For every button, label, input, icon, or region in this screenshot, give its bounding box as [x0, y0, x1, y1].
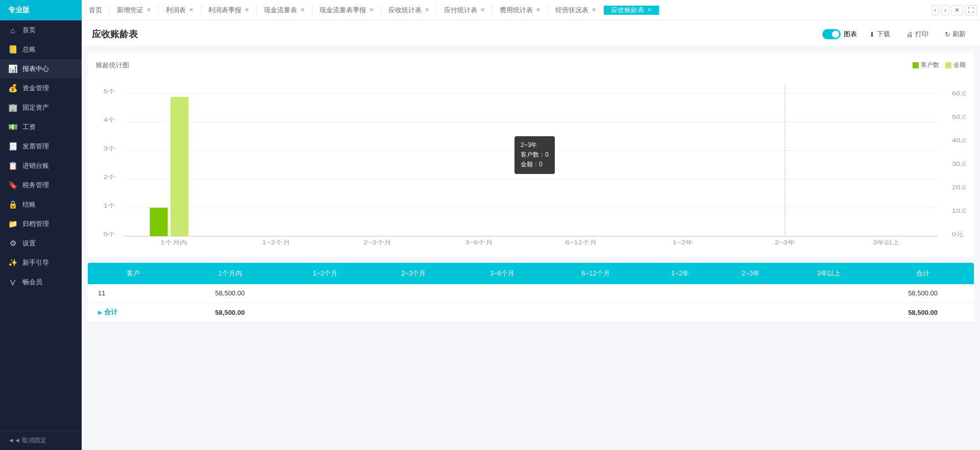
tab-label-ar-age: 应收账龄表 [611, 6, 644, 15]
tab-profit[interactable]: 利润表✕ [159, 6, 201, 15]
col-total: 合计 [872, 263, 974, 284]
sidebar-item-invoice[interactable]: 🧾发票管理 [0, 137, 82, 156]
col-m23: 2~3个月 [370, 263, 458, 284]
bar-count-0 [150, 208, 167, 236]
sidebar-label-tax: 税务管理 [22, 181, 49, 190]
sidebar-item-ledger[interactable]: 📒总账 [0, 40, 82, 59]
tab-biz[interactable]: 经营状况表✕ [548, 6, 604, 15]
print-icon: 🖨 [906, 31, 913, 38]
tab-label-biz: 经营状况表 [555, 6, 589, 15]
tab-close-cashflow-q[interactable]: ✕ [369, 7, 374, 13]
svg-text:4个: 4个 [104, 117, 115, 123]
col-y23: 2~3年 [716, 263, 786, 284]
sidebar-label-vip: 畅会员 [22, 278, 42, 287]
cell-customer-0: 11 [88, 284, 179, 303]
tab-cashflow-q[interactable]: 现金流量表季报✕ [312, 6, 381, 15]
tab-ap-stat[interactable]: 应付统计表✕ [437, 6, 493, 15]
download-button[interactable]: ⬇ 下载 [865, 28, 894, 41]
sidebar-icon-archive: 📁 [8, 219, 17, 229]
sidebar-item-archive[interactable]: 📁归档管理 [0, 214, 82, 234]
chart-legend: 客户数 金额 [913, 61, 966, 69]
refresh-icon: ↻ [945, 31, 950, 38]
tab-close-biz[interactable]: ✕ [592, 7, 596, 13]
tab-maximize-button[interactable]: ⛶ [965, 5, 977, 15]
tab-expense[interactable]: 费用统计表✕ [493, 6, 548, 15]
cell-y12-0 [645, 284, 715, 303]
sidebar-item-sales[interactable]: 📋进销台账 [0, 156, 82, 176]
print-label: 打印 [915, 30, 928, 39]
tab-next-button[interactable]: › [941, 5, 949, 15]
tab-ar-stat[interactable]: 应收统计表✕ [381, 6, 437, 15]
total-y12 [645, 303, 715, 322]
tab-home[interactable]: 首页 [82, 6, 110, 15]
tab-close-expense[interactable]: ✕ [536, 7, 541, 13]
sidebar-icon-capital: 💰 [8, 84, 17, 93]
sidebar-label-reports: 报表中心 [22, 64, 49, 73]
sidebar-icon-tax: 🔖 [8, 181, 17, 190]
sidebar-icon-reports: 📊 [8, 64, 17, 73]
sidebar-item-assets[interactable]: 🏢固定资产 [0, 98, 82, 117]
total-m23 [370, 303, 458, 322]
sidebar-icon-settings: ⚙ [8, 239, 17, 248]
sidebar-item-tax[interactable]: 🔖税务管理 [0, 176, 82, 195]
col-m1: 1个月内 [179, 263, 281, 284]
total-icon: ▶ [98, 310, 102, 315]
tab-close-voucher[interactable]: ✕ [146, 7, 151, 13]
svg-text:60,000.00元: 60,000.00元 [952, 90, 966, 97]
chart-svg-wrap: 0个 1个 2个 3个 4个 5个 0元 10,000.00元 20,000.0… [96, 75, 966, 248]
tab-label-profit: 利润表 [166, 6, 186, 15]
table-section: 客户 1个月内 1~2个月 2~3个月 3~6个月 6~12个月 1~2年 2~… [88, 263, 974, 322]
sidebar-icon-sales: 📋 [8, 161, 17, 170]
tab-close-ar-age[interactable]: ✕ [647, 7, 652, 13]
svg-text:1个月内: 1个月内 [161, 239, 188, 246]
tab-prev-button[interactable]: ‹ [931, 5, 939, 15]
tab-label-ar-stat: 应收统计表 [388, 6, 422, 15]
tab-nav-controls: ‹ › ✕ ⛶ [928, 5, 980, 15]
page-title: 应收账龄表 [92, 28, 138, 40]
tab-label-home: 首页 [89, 6, 102, 15]
col-y3p: 3年以上 [786, 263, 872, 284]
tab-close-ap-stat[interactable]: ✕ [480, 7, 485, 13]
sidebar-footer-toggle[interactable]: ◄◄ 取消固定 [0, 431, 82, 450]
tab-voucher[interactable]: 新增凭证✕ [110, 6, 159, 15]
cell-m1-0: 58,500.00 [179, 284, 281, 303]
sidebar: 专业版 ⌂首页📒总账📊报表中心💰资金管理🏢固定资产💵工资🧾发票管理📋进销台账🔖税… [0, 0, 82, 450]
sidebar-label-guide: 新手引导 [22, 258, 49, 267]
sidebar-item-capital[interactable]: 💰资金管理 [0, 79, 82, 98]
cell-m12-0 [281, 284, 369, 303]
legend-customer-count: 客户数 [913, 61, 939, 69]
tab-close-cashflow[interactable]: ✕ [300, 7, 305, 13]
legend-customer-label: 客户数 [921, 61, 939, 69]
tab-ar-age[interactable]: 应收账龄表✕ [604, 6, 659, 15]
cell-m36-0 [458, 284, 546, 303]
sidebar-item-settings[interactable]: ⚙设置 [0, 234, 82, 253]
tab-close-profit[interactable]: ✕ [189, 7, 193, 13]
refresh-button[interactable]: ↻ 刷新 [941, 28, 970, 41]
tab-cashflow[interactable]: 现金流量表✕ [257, 6, 312, 15]
tab-close-button[interactable]: ✕ [951, 5, 963, 15]
total-y23 [716, 303, 786, 322]
sidebar-item-payroll[interactable]: 💵工资 [0, 117, 82, 137]
cell-total-0: 58,500.00 [872, 284, 974, 303]
table-total-row: ▶合计 58,500.00 58,500.00 [88, 303, 974, 322]
svg-text:40,000.00元: 40,000.00元 [952, 137, 966, 144]
sidebar-item-vip[interactable]: V畅会员 [0, 272, 82, 292]
sidebar-item-home[interactable]: ⌂首页 [0, 20, 82, 40]
print-button[interactable]: 🖨 打印 [902, 28, 933, 41]
svg-text:0个: 0个 [104, 231, 115, 238]
sidebar-item-reports[interactable]: 📊报表中心 [0, 59, 82, 79]
bar-amount-0 [170, 97, 188, 236]
page-content: 应收账龄表 图表 ⬇ 下载 🖨 打印 ↻ 刷新 [82, 20, 980, 450]
chart-toggle[interactable] [822, 29, 841, 39]
sidebar-item-settle[interactable]: 🔒结账 [0, 195, 82, 214]
sidebar-label-invoice: 发票管理 [22, 142, 49, 151]
svg-text:3~6个月: 3~6个月 [465, 239, 493, 246]
sidebar-item-guide[interactable]: ✨新手引导 [0, 253, 82, 272]
tab-close-profit-q[interactable]: ✕ [244, 7, 249, 13]
svg-text:1~2个月: 1~2个月 [262, 239, 290, 246]
tab-profit-q[interactable]: 利润表季报✕ [201, 6, 257, 15]
tab-close-ar-stat[interactable]: ✕ [425, 7, 429, 13]
tab-label-ap-stat: 应付统计表 [444, 6, 477, 15]
tab-bar: 首页新增凭证✕利润表✕利润表季报✕现金流量表✕现金流量表季报✕应收统计表✕应付统… [82, 0, 980, 20]
sidebar-label-payroll: 工资 [22, 122, 36, 132]
